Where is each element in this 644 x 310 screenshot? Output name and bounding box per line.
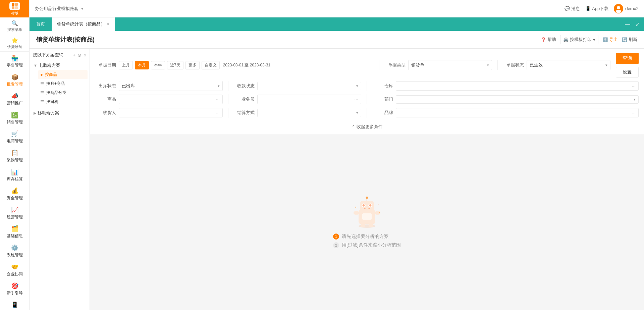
tree-item-by-cashier[interactable]: ☰ 按司机	[38, 97, 88, 106]
topbar-arrow-icon: ▾	[81, 6, 83, 11]
filter-row-3: 商品 ··· 业务员 ···	[95, 94, 639, 104]
mobile-section-label: 移动端方案	[38, 110, 59, 116]
date-btn-7days[interactable]: 近7天	[167, 61, 183, 69]
filter-docstatus-select[interactable]: 已生效 ▾	[527, 60, 610, 70]
tab-home[interactable]: 首页	[30, 17, 52, 31]
settings-scheme-button[interactable]: ⊙	[77, 52, 82, 58]
sidebar-item-label: 经营管理	[7, 215, 23, 220]
filter-settlement-select[interactable]: ▾	[257, 109, 361, 117]
date-btn-more[interactable]: 更多	[185, 61, 200, 69]
tree-item-by-month-product[interactable]: ☰ 按月+商品	[38, 79, 88, 88]
filter-actions: 查询 设置	[610, 53, 639, 78]
sidebar-item-system[interactable]: ⚙️ 系统管理	[0, 242, 29, 261]
topbar-left: 办公用品行业模拟账套 ▾	[35, 6, 83, 12]
sidebar-item-sales[interactable]: 💹 销售管理	[0, 109, 29, 128]
empty-illustration	[350, 196, 384, 229]
date-btn-this-month[interactable]: 本月	[135, 61, 149, 69]
tree-item-by-category[interactable]: ☰ 按商品分类	[38, 88, 88, 97]
topbar: 办公用品行业模拟账套 ▾ 💬 消息 📱 App下载 de	[30, 0, 644, 17]
user-profile[interactable]: demo2	[614, 4, 639, 13]
sidebar-item-inventory[interactable]: 📊 库存核算	[0, 166, 29, 185]
message-button[interactable]: 💬 消息	[565, 6, 580, 12]
filter-salesperson-item: 业务员 ···	[234, 95, 361, 104]
ecommerce-icon: 🛒	[11, 130, 18, 138]
export-button[interactable]: ⬆️ 导出	[602, 37, 618, 43]
tree-item-label: 按月+商品	[46, 81, 65, 87]
settings-button[interactable]: 设置	[616, 67, 639, 78]
sidebar-item-basic[interactable]: 🗂️ 基础信息	[0, 222, 29, 242]
filter-salesperson-input[interactable]: ···	[257, 95, 361, 104]
select-arrow-icon2: ▾	[605, 63, 607, 67]
query-button[interactable]: 查询	[616, 53, 639, 64]
quick-nav-label: 快捷导航	[7, 44, 22, 49]
app-name: 标版	[11, 11, 18, 16]
sidebar-item-operations[interactable]: 📈 经营管理	[0, 204, 29, 223]
marketing-icon: 📣	[11, 92, 18, 100]
sidebar-item-retail[interactable]: 🏪 零售管理	[0, 52, 29, 71]
active-tab-label: 销货单统计表（按商品）	[57, 21, 105, 27]
sidebar-item-apps[interactable]: 📱 应用中心	[0, 299, 29, 310]
date-btn-this-year[interactable]: 本年	[151, 61, 165, 69]
hint-num-2: 2	[333, 242, 339, 248]
filter-receiver-input[interactable]: ···	[119, 108, 223, 117]
refresh-button[interactable]: 🔄 刷新	[622, 37, 637, 43]
filter-department-item: 部门 ▾	[372, 95, 639, 104]
filter-brand-input[interactable]: ···	[396, 108, 639, 117]
app-logo[interactable]: 标版	[0, 0, 29, 17]
sales-icon: 💹	[11, 111, 18, 119]
filter-salesperson-label: 业务员	[234, 96, 257, 102]
svg-point-5	[617, 6, 620, 9]
help-label: 帮助	[547, 37, 556, 43]
collapse-button[interactable]: ⌃ 收起更多条件	[95, 121, 639, 131]
svg-point-14	[363, 204, 365, 207]
tree-item-by-product[interactable]: ● 按商品	[38, 70, 88, 79]
collab-icon: 🤝	[11, 263, 18, 271]
sidebar-item-wholesale[interactable]: 📦 批发管理	[0, 71, 29, 90]
empty-text: 1 请先选择要分析的方案 2 用[过滤]条件来缩小分析范围	[333, 234, 401, 248]
sidebar-item-finance[interactable]: 💰 资金管理	[0, 185, 29, 204]
filter-product-label: 商品	[95, 96, 119, 102]
message-label: 消息	[571, 6, 580, 12]
retail-icon: 🏪	[11, 54, 18, 62]
app-download-button[interactable]: 📱 App下载	[585, 6, 608, 12]
tab-active[interactable]: 销货单统计表（按商品） ×	[52, 17, 115, 31]
filter-dots-icon: ···	[632, 83, 636, 89]
home-tab-label: 首页	[36, 21, 45, 27]
tree-mobile-section[interactable]: ▶ 移动端方案	[32, 108, 88, 118]
finance-icon: 💰	[11, 187, 18, 195]
help-button[interactable]: ❓ 帮助	[541, 37, 556, 43]
hint-text-1: 请先选择要分析的方案	[342, 234, 389, 240]
filter-section: 单据日期 上月 本月 本年 近7天 更多 自定义 2023-03-01 至 20…	[90, 49, 644, 134]
tab-minimize-button[interactable]: —	[624, 20, 632, 29]
print-button[interactable]: 🖨️ 按模板打印 ▾	[560, 35, 598, 44]
filter-payment-status-select[interactable]: ▾	[257, 82, 361, 90]
date-range-display: 2023-03-01 至 2023-03-31	[223, 62, 270, 68]
collapse-panel-button[interactable]: «	[84, 52, 86, 58]
add-scheme-button[interactable]: +	[73, 52, 75, 58]
sidebar-item-ecommerce[interactable]: 🛒 电商管理	[0, 127, 29, 147]
quick-nav-item[interactable]: ⭐ 快捷导航	[0, 35, 29, 52]
sidebar-item-collab[interactable]: 🤝 企业协同	[0, 261, 29, 280]
search-menu-item[interactable]: 🔍 搜索菜单	[0, 17, 29, 35]
filter-row-2: 出库状态 已出库 ▾ 收款状态 ▾	[95, 81, 639, 91]
tab-close-button[interactable]: ×	[107, 22, 109, 27]
filter-warehouse-input[interactable]: ···	[396, 81, 639, 91]
sidebar-item-purchase[interactable]: 📋 采购管理	[0, 147, 29, 166]
filter-warehouse-status-select[interactable]: 已出库 ▾	[119, 81, 223, 91]
sidebar-item-newbie[interactable]: 🎯 新手引导	[0, 279, 29, 299]
filter-doctype-select[interactable]: 销货单 ▾	[408, 60, 492, 70]
wholesale-icon: 📦	[11, 73, 18, 81]
svg-point-15	[369, 204, 372, 207]
export-label: 导出	[609, 37, 618, 43]
tree-children: ● 按商品 ☰ 按月+商品 ☰ 按商品分类 ☰	[32, 70, 88, 106]
page-header: 销货单统计表(按商品) ❓ 帮助 🖨️ 按模板打印 ▾ ⬆️ 导出 🔄 刷新	[30, 31, 644, 49]
list-icon: ☰	[40, 81, 44, 86]
date-btn-last-month[interactable]: 上月	[119, 61, 133, 69]
tab-maximize-button[interactable]: ⤢	[634, 20, 641, 29]
hint-text-2: 用[过滤]条件来缩小分析范围	[342, 242, 401, 248]
cashier-icon: ☰	[40, 99, 44, 104]
sidebar-item-marketing[interactable]: 📣 营销推广	[0, 90, 29, 109]
date-btn-custom[interactable]: 自定义	[202, 61, 220, 69]
filter-product-input[interactable]: ···	[119, 95, 223, 104]
filter-department-select[interactable]: ▾	[396, 95, 639, 104]
